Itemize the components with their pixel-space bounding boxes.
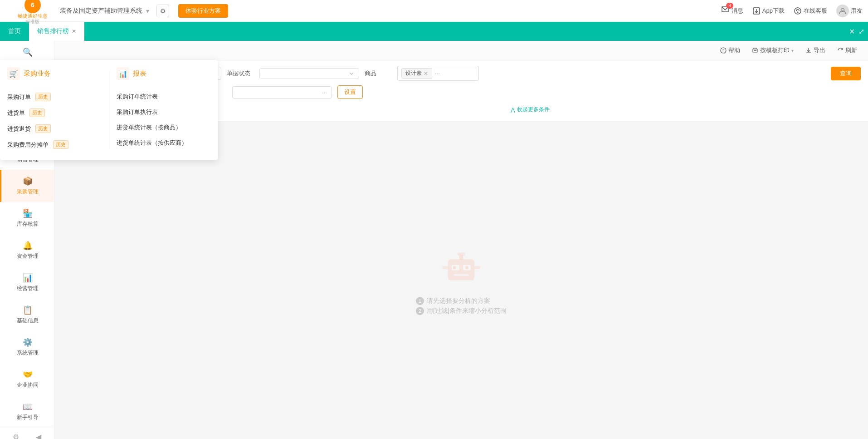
- sidebar-collapse-button[interactable]: ◀: [36, 433, 41, 439]
- tab-sales-rank[interactable]: 销售排行榜 ✕: [29, 22, 84, 41]
- toolbar-right: ? 帮助 按模板打印 ▾ 导出 刷新: [717, 44, 861, 56]
- svg-point-3: [795, 8, 801, 14]
- empty-tips: 1 请先选择要分析的方案 2 用[过滤]条件来缩小分析范围: [416, 295, 507, 317]
- sidebar-item-guide[interactable]: 📖 新手引导: [0, 395, 54, 428]
- history-badge-purchase-order: 历史: [35, 93, 51, 101]
- system-title-area: 装备及固定资产辅助管理系统 ▾ ⚙ 体验行业方案: [60, 4, 228, 18]
- sidebar-item-operation[interactable]: 📊 经营管理: [0, 266, 54, 299]
- finance-icon: 🔔: [23, 241, 33, 251]
- logo-icon: 6: [24, 0, 41, 13]
- goods-input[interactable]: 设计素 ✕ ···: [397, 66, 479, 81]
- sidebar-item-basic-label: 基础信息: [17, 317, 39, 325]
- svg-rect-16: [454, 274, 468, 276]
- operation-icon: 📊: [23, 273, 33, 283]
- salesperson-select[interactable]: ···: [232, 86, 332, 99]
- history-badge-return-goods: 历史: [35, 124, 51, 133]
- sidebar-item-corp[interactable]: 🤝 企业协同: [0, 363, 54, 395]
- refresh-button[interactable]: 刷新: [834, 44, 861, 56]
- purchase-report-header-label: 报表: [133, 69, 146, 78]
- template-print-button[interactable]: 按模板打印 ▾: [748, 44, 797, 56]
- dropdown-stock-in-stat-supplier-label: 进货单统计表（按供应商）: [117, 139, 187, 147]
- export-label: 导出: [814, 46, 825, 54]
- tab-home-label: 首页: [8, 27, 21, 35]
- message-item[interactable]: 9 消息: [721, 5, 743, 16]
- setting-button[interactable]: 设置: [337, 85, 363, 99]
- tab-home[interactable]: 首页: [0, 22, 29, 41]
- toolbar: ? 帮助 按模板打印 ▾ 导出 刷新: [54, 41, 868, 60]
- export-button[interactable]: 导出: [802, 44, 829, 56]
- sidebar-item-inventory[interactable]: 🏪 库存核算: [0, 202, 54, 234]
- help-button[interactable]: ? 帮助: [717, 44, 744, 56]
- svg-text:6: 6: [31, 1, 34, 9]
- dropdown-stock-in-label: 进货单: [7, 109, 25, 117]
- sidebar-item-purchase[interactable]: 📦 采购管理: [0, 170, 54, 202]
- svg-rect-19: [442, 266, 448, 269]
- system-icon: ⚙️: [23, 337, 33, 347]
- message-badge: 9: [726, 3, 733, 9]
- svg-point-14: [453, 266, 456, 269]
- sidebar-item-purchase-label: 采购管理: [17, 188, 39, 196]
- dropdown-return-goods-label: 进货退货: [7, 125, 31, 133]
- sidebar-item-finance[interactable]: 🔔 资金管理: [0, 234, 54, 266]
- svg-rect-17: [459, 255, 463, 260]
- dropdown-purchase-order-stat[interactable]: 采购订单统计表: [117, 89, 211, 104]
- brand-name: 畅捷通好生意: [18, 13, 48, 19]
- inventory-icon: 🏪: [23, 208, 33, 218]
- tab-close-icon[interactable]: ✕: [72, 28, 76, 35]
- sidebar-item-system-label: 系统管理: [17, 349, 39, 357]
- purchase-report-header-icon: 📊: [117, 67, 129, 80]
- header-right: 9 消息 App下载 在线客服 用友: [721, 5, 863, 17]
- online-service-item[interactable]: 在线客服: [794, 7, 827, 15]
- online-service-label: 在线客服: [804, 7, 827, 15]
- dropdown-stock-in-stat-goods[interactable]: 进货单统计表（按商品）: [117, 120, 211, 135]
- empty-state: 1 请先选择要分析的方案 2 用[过滤]条件来缩小分析范围: [54, 122, 868, 439]
- sidebar-item-basic[interactable]: 📋 基础信息: [0, 299, 54, 331]
- dropdown-purchase-order[interactable]: 采购订单 历史: [7, 89, 102, 105]
- dropdown-purchase-expense[interactable]: 采购费用分摊单 历史: [7, 137, 102, 153]
- dropdown-stock-in-stat-supplier[interactable]: 进货单统计表（按供应商）: [117, 135, 211, 151]
- collapse-up-icon: ⋀: [511, 107, 515, 113]
- tab-expand-icon[interactable]: ⤢: [858, 27, 864, 36]
- history-badge-purchase-expense: 历史: [53, 140, 68, 149]
- app-download-label: App下载: [762, 7, 785, 15]
- history-badge-stock-in: 历史: [29, 109, 45, 117]
- sidebar-item-corp-label: 企业协同: [17, 381, 39, 389]
- tab-close-all-icon[interactable]: ✕: [849, 27, 855, 36]
- svg-rect-20: [474, 266, 480, 269]
- status-label: 单据状态: [227, 69, 254, 78]
- collapse-filter-button[interactable]: ⋀ 收起更多条件: [511, 106, 550, 113]
- goods-label: 商品: [365, 69, 392, 78]
- sidebar-item-system[interactable]: ⚙️ 系统管理: [0, 331, 54, 363]
- logo-area: 6 畅捷通好生意 标准版: [5, 0, 60, 25]
- goods-dots[interactable]: ···: [435, 70, 440, 77]
- help-label: 帮助: [728, 46, 740, 54]
- industry-solution-button[interactable]: 体验行业方案: [178, 4, 228, 18]
- empty-tip-2-text: 用[过滤]条件来缩小分析范围: [427, 307, 507, 315]
- template-print-dropdown-icon[interactable]: ▾: [791, 48, 794, 53]
- dropdown-purchase-order-stat-label: 采购订单统计表: [117, 93, 158, 101]
- salesperson-dots[interactable]: ···: [322, 89, 327, 96]
- sidebar-settings-button[interactable]: ⚙: [13, 433, 19, 439]
- tab-bar-right: ✕ ⤢: [849, 27, 868, 36]
- dropdown-purchase-order-exec[interactable]: 采购订单执行表: [117, 104, 211, 120]
- dropdown-stock-in[interactable]: 进货单 历史: [7, 105, 102, 121]
- app-download-item[interactable]: App下载: [752, 7, 785, 15]
- sidebar-item-finance-label: 资金管理: [17, 252, 39, 260]
- top-header: 6 畅捷通好生意 标准版 装备及固定资产辅助管理系统 ▾ ⚙ 体验行业方案 9 …: [0, 0, 868, 22]
- purchase-icon: 📦: [23, 176, 33, 186]
- svg-rect-18: [458, 252, 465, 256]
- message-icon-wrapper: 9: [721, 5, 730, 16]
- dropdown-purchase-order-label: 采购订单: [7, 93, 31, 101]
- template-print-label: 按模板打印: [760, 46, 790, 54]
- title-dropdown-icon[interactable]: ▾: [146, 7, 149, 15]
- dropdown-purchase-expense-label: 采购费用分摊单: [7, 141, 49, 149]
- dropdown-return-goods[interactable]: 进货退货 历史: [7, 121, 102, 137]
- query-button[interactable]: 查询: [831, 67, 861, 80]
- empty-tip-1-text: 请先选择要分析的方案: [427, 297, 490, 305]
- settings-gear-button[interactable]: ⚙: [156, 5, 169, 17]
- status-select[interactable]: [259, 68, 359, 79]
- sidebar-item-inventory-label: 库存核算: [17, 220, 39, 228]
- goods-tag-close[interactable]: ✕: [424, 70, 428, 77]
- dropdown-stock-in-stat-goods-label: 进货单统计表（按商品）: [117, 123, 181, 132]
- user-item[interactable]: 用友: [836, 5, 863, 17]
